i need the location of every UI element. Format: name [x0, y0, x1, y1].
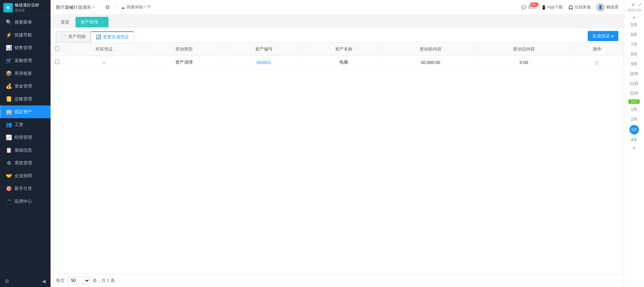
panel-controls: ✕ ⤢ [631, 1, 643, 8]
sidebar-item-inventory[interactable]: 📦库存核算 [0, 67, 51, 80]
table-row: -- 资产清理 000001 电脑 50,000.00 0.00 🗑 [51, 56, 624, 69]
row-voucher: -- [64, 56, 144, 69]
col-asset-no: 资产编号 [224, 43, 304, 56]
ledger-icon: 📒 [6, 96, 12, 102]
company-name: 医疗器械行业演示 [56, 4, 91, 10]
timeline-month[interactable]: 11月 [628, 79, 639, 89]
row-checkbox-0[interactable] [55, 60, 59, 64]
sidebar-label-inventory: 库存核算 [14, 70, 32, 76]
sub-tab-asset-detail-label: 资产明细 [68, 34, 86, 40]
row-asset-name: 电脑 [304, 56, 384, 69]
sidebar-item-payroll[interactable]: 👥工资 [0, 118, 51, 131]
app-logo-icon: 畅 [3, 3, 13, 12]
asset-detail-icon: 📄 [61, 34, 66, 39]
sidebar-label-system: 系统管理 [14, 160, 32, 166]
sidebar-label-payroll: 工资 [14, 122, 23, 128]
year-2023-badge[interactable]: 2023 [628, 99, 639, 104]
timeline-month[interactable]: 10月 [628, 69, 639, 79]
sidebar-item-operations[interactable]: 📈经营管理 [0, 131, 51, 144]
enterprise-icon: 🤝 [6, 173, 12, 179]
company-selector[interactable]: 医疗器械行业演示 ▾ [56, 4, 94, 10]
tab-home[interactable]: 首页 [56, 17, 74, 27]
experience-btn[interactable]: ☁ 我要体验一下 [121, 4, 151, 10]
sidebar-item-enterprise[interactable]: 🤝企业协同 [0, 169, 51, 182]
row-change-type: 资产清理 [144, 56, 224, 69]
company-settings-icon[interactable]: ⚙ [104, 3, 111, 12]
sidebar-item-purchase[interactable]: 🛒采购管理 [0, 54, 51, 67]
inventory-icon: 📦 [6, 70, 12, 76]
row-before: 50,000.00 [384, 56, 477, 69]
message-badge: 99+ [530, 2, 539, 7]
operations-icon: 📈 [6, 134, 12, 140]
topbar-separator2 [116, 4, 116, 11]
service-btn[interactable]: 🎧 在线客服 [568, 4, 591, 10]
sub-tabs: 📄 资产明细 🔄 变更生成凭证 生成凭证 ▾ [51, 28, 624, 43]
sidebar-label-basic-info: 基础信息 [14, 147, 32, 153]
sidebar-settings-icon[interactable]: ⚙ [5, 278, 9, 284]
expand-panel-btn[interactable]: ⤢ [637, 1, 643, 8]
page-size-select[interactable]: 50 10 20 100 [67, 277, 90, 284]
sidebar-item-apps[interactable]: 📱应用中心 [0, 195, 51, 208]
page-size-label: 每页 [56, 278, 65, 284]
sidebar-label-operations: 经营管理 [14, 134, 32, 140]
sidebar-label-finance: 资金管理 [14, 83, 32, 89]
tab-asset-mgmt[interactable]: 资产管理 × [75, 17, 109, 27]
sidebar-item-sales[interactable]: 📊销售管理 [0, 41, 51, 54]
sidebar-label-ledger: 总账管理 [14, 96, 32, 102]
delete-row-btn[interactable]: 🗑 [594, 60, 600, 65]
sidebar-item-search[interactable]: 🔍搜索菜单 [0, 16, 51, 29]
select-all-checkbox[interactable] [55, 46, 59, 51]
panel-scroll-down-btn[interactable]: ▼ [624, 145, 644, 151]
timeline-month[interactable]: 7月 [628, 40, 639, 50]
timeline-month[interactable]: 2月 [628, 115, 639, 124]
app-download-btn[interactable]: 📱 App下载 [541, 4, 563, 10]
tab-close-icon[interactable]: × [101, 20, 103, 24]
company-chevron-icon: ▾ [92, 5, 94, 9]
panel-scroll-up-btn[interactable]: ▲ [624, 14, 644, 20]
logo-text-block: 畅捷通好业财 普及版 [15, 3, 39, 13]
sidebar-item-basic-info[interactable]: 📋基础信息 [0, 144, 51, 157]
tab-asset-mgmt-label: 资产管理 [81, 20, 98, 25]
sidebar-item-guide[interactable]: 🎯新手引导 [0, 182, 51, 195]
app-download-label: App下载 [548, 4, 563, 10]
timeline-active-month[interactable]: 3月 [630, 125, 639, 134]
timeline-month[interactable]: 8月 [628, 50, 639, 59]
sidebar-nav: 🔍搜索菜单⚡快捷导航📊销售管理🛒采购管理📦库存核算💰资金管理📒总账管理🏢固定资产… [0, 16, 51, 275]
timeline-month[interactable]: 12月 [628, 89, 639, 98]
sub-tab-change-voucher[interactable]: 🔄 变更生成凭证 [91, 31, 134, 42]
finance-icon: 💰 [6, 83, 12, 89]
sidebar-item-ledger[interactable]: 📒总账管理 [0, 93, 51, 105]
sidebar-item-quick-nav[interactable]: ⚡快捷导航 [0, 29, 51, 41]
sidebar-collapse-icon[interactable]: ◀ [42, 278, 46, 284]
row-checkbox-cell [51, 56, 64, 69]
fixed-assets-icon: 🏢 [6, 109, 12, 115]
sidebar-item-finance[interactable]: 💰资金管理 [0, 80, 51, 93]
user-menu[interactable]: 👤 畅捷通 [596, 3, 618, 12]
app-subtitle: 普及版 [15, 8, 39, 13]
table-footer: 每页 50 10 20 100 条，共 1 条 [51, 274, 624, 287]
sidebar-item-fixed-assets[interactable]: 🏢固定资产 [0, 105, 51, 118]
sub-tab-change-voucher-label: 变更生成凭证 [103, 34, 129, 40]
col-voucher: 对应凭证 [64, 43, 144, 56]
sidebar-label-quick-nav: 快捷导航 [14, 32, 32, 38]
main-area: 医疗器械行业演示 ▾ ⚙ ☁ 我要体验一下 💬 消息 99+ 📱 App下载 🎧… [51, 0, 624, 287]
timeline: 5月6月7月8月9月10月11月12月20231月2月3月4月 [628, 20, 639, 145]
timeline-month[interactable]: 6月 [628, 30, 639, 40]
sidebar-bottom: ⚙ ◀ [0, 275, 51, 287]
sub-tab-asset-detail[interactable]: 📄 资产明细 [56, 31, 91, 42]
timeline-month[interactable]: 5月 [628, 20, 639, 30]
change-voucher-icon: 🔄 [96, 34, 101, 39]
message-btn[interactable]: 💬 消息 99+ [521, 4, 536, 10]
user-avatar: 👤 [596, 3, 605, 12]
timeline-month[interactable]: 9月 [628, 59, 639, 69]
close-panel-btn[interactable]: ✕ [631, 1, 636, 8]
timeline-month[interactable]: 4月 [628, 135, 639, 145]
sidebar-label-sales: 销售管理 [14, 45, 32, 51]
generate-voucher-btn[interactable]: 生成凭证 ▾ [588, 31, 618, 41]
total-label: 条，共 1 条 [93, 278, 115, 284]
message-icon: 💬 [521, 5, 526, 10]
timeline-month[interactable]: 1月 [628, 105, 639, 115]
sidebar-label-enterprise: 企业协同 [14, 173, 32, 179]
sidebar-item-system[interactable]: ⚙系统管理 [0, 157, 51, 169]
col-change-type: 变动类型 [144, 43, 224, 56]
